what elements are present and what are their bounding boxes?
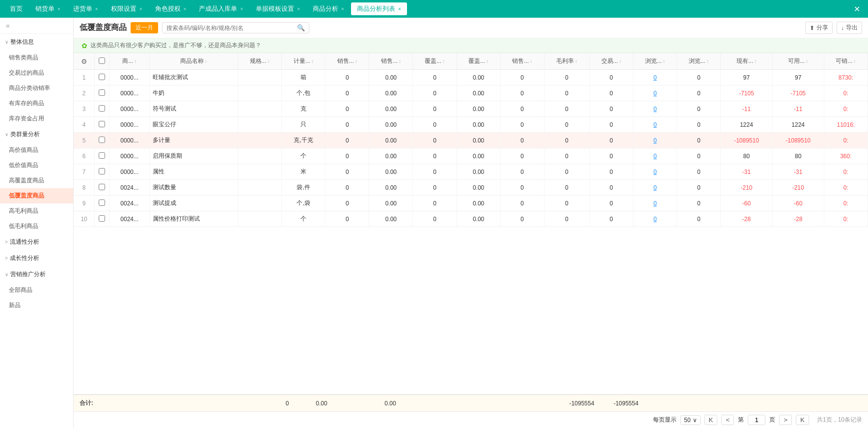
sidebar-section-growth[interactable]: > 成长性分析: [0, 250, 73, 266]
nav-purchase[interactable]: 进货单 ×: [67, 2, 104, 15]
row-browse1[interactable]: 0: [633, 148, 677, 164]
sidebar-item-category-rate[interactable]: 商品分类动销率: [0, 81, 73, 96]
col-sales2[interactable]: 销售...↕: [369, 53, 413, 70]
nav-roles[interactable]: 角色授权 ×: [149, 2, 192, 15]
share-button[interactable]: ⬆ 分享: [805, 22, 833, 34]
col-trade[interactable]: 交易...↕: [590, 53, 633, 70]
col-sales1[interactable]: 销售...↕: [326, 53, 369, 70]
nav-products-in-close[interactable]: ×: [240, 6, 243, 12]
sidebar-item-high-coverage[interactable]: 高覆盖度商品: [0, 173, 73, 188]
row-checkbox-cell[interactable]: [95, 211, 109, 227]
row-browse1[interactable]: 0: [633, 117, 677, 133]
row-browse1[interactable]: 0: [633, 70, 677, 86]
sidebar-item-sales-goods[interactable]: 销售类商品: [0, 50, 73, 65]
sidebar-item-high-value[interactable]: 高价值商品: [0, 143, 73, 158]
row-checkbox[interactable]: [99, 152, 105, 159]
row-checkbox-cell[interactable]: [95, 117, 109, 133]
row-browse1[interactable]: 0: [633, 211, 677, 227]
nav-permissions[interactable]: 权限设置 ×: [105, 2, 148, 15]
nav-analysis[interactable]: 商品分析 ×: [307, 2, 350, 15]
col-gross-rate[interactable]: 毛利率↕: [544, 53, 589, 70]
col-code[interactable]: 商...↕: [109, 53, 150, 70]
col-unit[interactable]: 计量...↕: [282, 53, 326, 70]
row-checkbox[interactable]: [99, 137, 105, 143]
nav-products-in[interactable]: 产成品入库单 ×: [193, 2, 249, 15]
search-icon[interactable]: 🔍: [297, 24, 305, 31]
nav-purchase-close[interactable]: ×: [95, 6, 98, 12]
page-size-selector[interactable]: 50 ∨: [680, 415, 700, 425]
export-button[interactable]: ↓ 导出: [837, 22, 862, 34]
row-browse1[interactable]: 0: [633, 196, 677, 211]
sidebar-section-marketing[interactable]: ∨ 营销推广分析: [0, 266, 73, 283]
search-input[interactable]: [166, 25, 295, 31]
row-checkbox-cell[interactable]: [95, 133, 109, 148]
nav-sales-close[interactable]: ×: [57, 6, 60, 12]
row-checkbox[interactable]: [99, 215, 105, 222]
row-browse1[interactable]: 0: [633, 86, 677, 101]
sidebar-item-in-stock[interactable]: 有库存的商品: [0, 96, 73, 111]
first-page-button[interactable]: K: [705, 415, 718, 425]
col-coverage1[interactable]: 覆盖...↕: [413, 53, 457, 70]
row-browse1[interactable]: 0: [633, 101, 677, 117]
sidebar-section-overall[interactable]: ∨ 整体信息: [0, 34, 73, 50]
row-checkbox[interactable]: [99, 74, 105, 80]
last-page-button[interactable]: K: [796, 415, 809, 425]
select-all-checkbox[interactable]: [99, 57, 105, 64]
sidebar-item-low-coverage[interactable]: 低覆盖度商品: [0, 188, 73, 203]
prev-page-button[interactable]: <: [721, 415, 734, 425]
row-checkbox-cell[interactable]: [95, 180, 109, 196]
col-settings[interactable]: ⚙: [74, 53, 95, 70]
sidebar-item-high-profit[interactable]: 高毛利商品: [0, 203, 73, 219]
sidebar-item-traded-goods[interactable]: 交易过的商品: [0, 65, 73, 81]
col-browse1[interactable]: 浏览...↕: [633, 53, 677, 70]
nav-permissions-close[interactable]: ×: [139, 6, 142, 12]
sidebar-item-low-profit[interactable]: 低毛利商品: [0, 219, 73, 234]
row-checkbox-cell[interactable]: [95, 70, 109, 86]
nav-analysis-close[interactable]: ×: [341, 6, 344, 12]
nav-sales[interactable]: 销货单 ×: [29, 2, 66, 15]
row-checkbox[interactable]: [99, 105, 105, 112]
row-checkbox-cell[interactable]: [95, 86, 109, 101]
row-checkbox[interactable]: [99, 200, 105, 206]
row-browse1[interactable]: 0: [633, 164, 677, 180]
row-checkbox[interactable]: [99, 168, 105, 174]
col-sales3[interactable]: 销售...↕: [500, 53, 544, 70]
sidebar-section-liquidity[interactable]: > 流通性分析: [0, 234, 73, 250]
page-number-input[interactable]: [748, 415, 765, 425]
col-current-stock[interactable]: 现有...↕: [721, 53, 772, 70]
sidebar-item-low-value[interactable]: 低价值商品: [0, 158, 73, 173]
row-checkbox-cell[interactable]: [95, 196, 109, 211]
row-checkbox-cell[interactable]: [95, 164, 109, 180]
next-page-button[interactable]: >: [779, 415, 792, 425]
nav-home[interactable]: 首页: [4, 2, 28, 15]
nav-analysis-list-close[interactable]: ×: [398, 6, 401, 12]
filter-period-button[interactable]: 近一月: [131, 22, 158, 33]
row-unit: 个,袋: [282, 196, 326, 211]
col-sellable-stock[interactable]: 可销...↕: [824, 53, 868, 70]
col-available-stock[interactable]: 可用...↕: [772, 53, 824, 70]
row-checkbox[interactable]: [99, 121, 105, 127]
col-name[interactable]: 商品名称↕: [150, 53, 238, 70]
collapse-sidebar-button[interactable]: «: [4, 21, 12, 30]
sidebar-item-all-goods[interactable]: 全部商品: [0, 283, 73, 298]
row-checkbox[interactable]: [99, 89, 105, 96]
nav-analysis-list[interactable]: 商品分析列表 ×: [351, 2, 407, 15]
row-browse1[interactable]: 0: [633, 180, 677, 196]
nav-roles-close[interactable]: ×: [184, 6, 187, 12]
sidebar-item-new-goods[interactable]: 新品: [0, 298, 73, 313]
col-spec[interactable]: 规格...↕: [238, 53, 281, 70]
row-checkbox[interactable]: [99, 184, 105, 190]
sidebar-section-cluster[interactable]: ∨ 类群量分析: [0, 126, 73, 143]
row-checkbox-cell[interactable]: [95, 148, 109, 164]
col-coverage2[interactable]: 覆盖...↕: [457, 53, 500, 70]
table-container[interactable]: ⚙ 商...↕ 商品名称↕ 规格...↕ 计量...↕ 销售...↕ 销售...…: [74, 53, 868, 394]
row-browse1[interactable]: 0: [633, 133, 677, 148]
row-checkbox-cell[interactable]: [95, 101, 109, 117]
col-checkbox[interactable]: [95, 53, 109, 70]
nav-template[interactable]: 单据模板设置 ×: [250, 2, 306, 15]
col-browse2[interactable]: 浏览...↕: [677, 53, 721, 70]
sidebar-item-capital[interactable]: 库存资金占用: [0, 111, 73, 126]
gear-icon[interactable]: ⚙: [81, 57, 87, 65]
nav-template-close[interactable]: ×: [297, 6, 300, 12]
window-close-button[interactable]: ✕: [850, 4, 864, 14]
